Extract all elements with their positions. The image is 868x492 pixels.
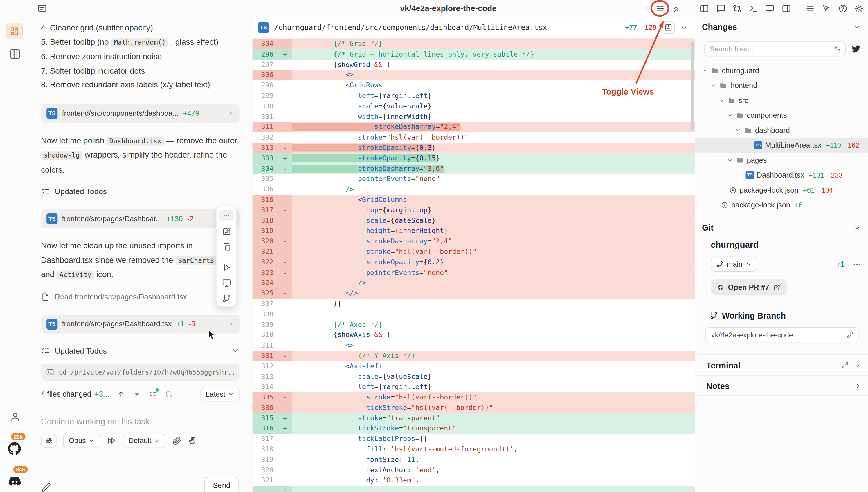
run-icon[interactable] <box>222 263 231 272</box>
panel-right-icon[interactable] <box>781 3 791 13</box>
diff-view-toggle-button[interactable] <box>662 21 675 33</box>
chevron-down-icon[interactable] <box>853 23 862 31</box>
file-change-chip[interactable]: TS frontend/src/pages/Dashboar... +130 -… <box>41 209 240 228</box>
terminal-section-header[interactable]: Terminal <box>695 355 868 375</box>
tree-item-label: components <box>747 111 787 120</box>
composer-input[interactable] <box>41 416 238 425</box>
model-label: Opus <box>69 437 86 445</box>
diff-line: 309 {/* Axes */} <box>253 319 695 330</box>
diff-line-number: 299 <box>253 91 278 101</box>
discord-icon[interactable] <box>8 474 22 489</box>
chevron-down-icon[interactable] <box>719 97 725 103</box>
chevron-down-icon[interactable] <box>710 82 717 89</box>
asterisk-icon[interactable] <box>133 390 142 398</box>
branch-selector[interactable]: main <box>711 257 757 272</box>
tree-row-churnguard[interactable]: churnguard <box>695 63 868 78</box>
diff-line-code: height={innerHeight} <box>292 226 695 237</box>
diff-line-sign <box>278 340 292 351</box>
preview-icon[interactable] <box>222 278 231 288</box>
tree-row-dashboard-tsx[interactable]: TSDashboard.tsx+131-233 <box>695 168 868 182</box>
share-cursor-icon[interactable] <box>822 3 831 13</box>
model-selector[interactable]: Opus <box>63 434 100 448</box>
terminal-icon[interactable] <box>749 3 758 13</box>
tree-row-pages[interactable]: pages <box>695 153 868 167</box>
updated-todos-row[interactable]: Updated Todos <box>41 346 240 355</box>
expand-icon[interactable] <box>841 362 848 369</box>
inline-code: shadow-lg <box>41 151 83 160</box>
diff-line: 321- stroke="hsl(var(--border))" <box>253 247 695 257</box>
chevron-down-icon[interactable] <box>680 23 688 32</box>
panel-left-icon[interactable] <box>700 3 709 13</box>
chat-bubble-icon[interactable] <box>716 3 725 13</box>
send-button[interactable]: Send <box>205 477 239 492</box>
attach-icon[interactable] <box>172 436 182 445</box>
monitor-icon[interactable] <box>765 3 774 13</box>
fast-forward-icon[interactable] <box>107 436 116 445</box>
toggle-views-button[interactable] <box>655 3 664 13</box>
files-changed-label[interactable]: 4 files changed <box>41 390 91 398</box>
diff-line-sign: - <box>278 392 292 403</box>
copy-icon[interactable] <box>222 242 231 251</box>
tree-row-package-lock-json[interactable]: package-lock.json+6 <box>695 198 868 212</box>
more-icon[interactable] <box>852 260 862 269</box>
chevron-down-icon[interactable] <box>702 68 708 74</box>
chevron-down-icon <box>228 391 234 397</box>
tree-row-components[interactable]: components <box>695 108 868 123</box>
arrow-up-icon[interactable] <box>117 390 125 398</box>
terminal-command-chip[interactable]: cd /private/var/folders/10/h7w0q46556ggr… <box>41 364 240 380</box>
settings-icon[interactable] <box>854 3 863 13</box>
file-change-chip[interactable]: TS frontend/src/components/dashboa... +4… <box>41 104 240 123</box>
diff-line-sign <box>278 174 292 184</box>
diff-scrollbar-thumb[interactable] <box>691 42 694 130</box>
tree-row-package-lock-json[interactable]: package-lock.json+61-104 <box>695 182 868 197</box>
tree-row-src[interactable]: src <box>695 93 868 107</box>
diff-icon <box>664 23 672 32</box>
pencil-icon[interactable] <box>41 483 51 492</box>
hand-icon[interactable] <box>188 436 198 445</box>
chevron-right-icon[interactable] <box>854 362 861 369</box>
pencil-icon[interactable] <box>846 331 853 338</box>
diff-line-sign <box>278 371 292 382</box>
working-branch-input[interactable]: vk/4e2a-explore-the-code <box>705 327 859 342</box>
read-file-row[interactable]: Read frontend/src/pages/Dashboard.tsx <box>41 292 240 301</box>
diff-line-code: /> <box>292 278 695 288</box>
chevrons-up-icon[interactable] <box>672 3 681 13</box>
chevron-down-icon[interactable] <box>231 346 240 355</box>
notes-section-header[interactable]: Notes <box>695 376 868 396</box>
diff-line-sign: + <box>278 486 292 492</box>
board-view-icon[interactable] <box>9 48 21 60</box>
chevron-down-icon[interactable] <box>727 112 733 118</box>
help-icon[interactable] <box>838 3 847 13</box>
diff-line-number: 301 <box>253 112 278 122</box>
menu-icon[interactable] <box>805 3 815 13</box>
open-pr-button[interactable]: Open PR #7 <box>711 279 787 295</box>
edit-icon[interactable] <box>222 227 231 236</box>
app-logo-button[interactable] <box>6 23 23 39</box>
chevron-down-icon[interactable] <box>853 223 862 232</box>
workspace-icon[interactable] <box>37 3 47 13</box>
git-branch-icon[interactable] <box>222 294 231 303</box>
chevron-down-icon[interactable] <box>727 157 733 163</box>
titlebar-actions <box>655 3 868 13</box>
updated-todos-row[interactable]: Updated Todos <box>41 187 240 196</box>
search-input[interactable] <box>704 42 846 56</box>
tree-row-multilinearea-tsx[interactable]: TSMultiLineArea.tsx+110-162 <box>695 138 868 153</box>
mode-selector[interactable]: Default <box>123 434 165 448</box>
bird-icon[interactable] <box>851 44 861 54</box>
assistant-list-item: 5. Better tooltip (no Math.random() , gl… <box>41 35 240 50</box>
more-actions-button[interactable] <box>219 210 234 221</box>
chevron-down-icon[interactable] <box>735 127 741 133</box>
chevron-right-icon[interactable] <box>854 382 861 389</box>
profile-icon[interactable] <box>9 411 21 423</box>
diff-line: 315+ stroke="transparent" <box>253 413 695 423</box>
toggle-views-icon <box>655 3 664 13</box>
tree-row-dashboard[interactable]: dashboard <box>695 123 868 138</box>
latest-dropdown[interactable]: Latest <box>200 387 239 401</box>
git-compare-icon[interactable] <box>732 3 742 13</box>
github-icon[interactable] <box>8 442 21 456</box>
commits-ahead[interactable]: ↑1 <box>837 260 845 268</box>
composer-settings-button[interactable] <box>41 434 56 448</box>
diff-line-sign: - <box>278 278 292 288</box>
collapse-tree-icon[interactable] <box>834 45 841 52</box>
tree-row-frontend[interactable]: frontend <box>695 78 868 93</box>
